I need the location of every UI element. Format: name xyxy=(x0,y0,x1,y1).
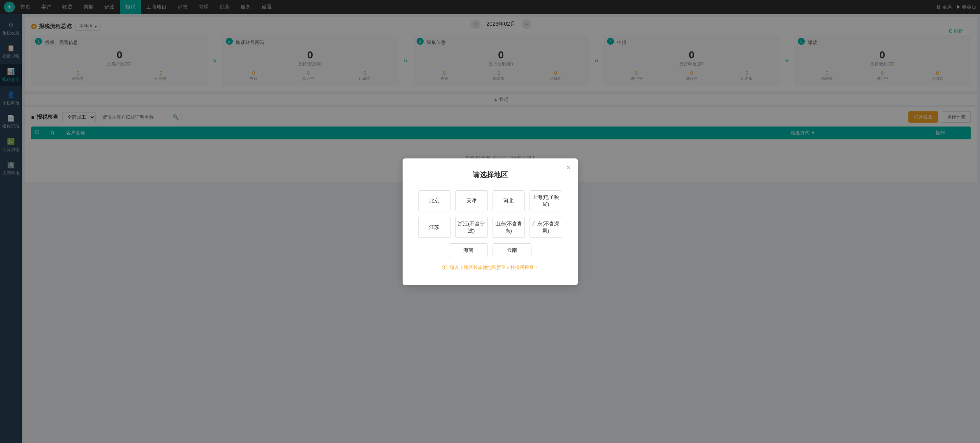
region-hainan[interactable]: 海南 xyxy=(449,243,488,257)
region-beijing[interactable]: 北京 xyxy=(418,190,451,211)
region-shandong[interactable]: 山东(不含青岛) xyxy=(493,217,525,238)
region-row-3: 海南 云南 xyxy=(418,243,562,257)
warning-text: 除以上地区外其他地区暂不支持报税检查！ xyxy=(450,264,538,271)
region-zhejiang[interactable]: 浙江(不含宁波) xyxy=(455,217,488,238)
region-shanghai[interactable]: 上海(电子税局) xyxy=(530,190,562,211)
region-guangdong[interactable]: 广东(不含深圳) xyxy=(530,217,562,238)
modal-close-button[interactable]: × xyxy=(567,164,571,172)
warning-icon: ! xyxy=(442,265,447,270)
region-yunnan[interactable]: 云南 xyxy=(493,243,531,257)
region-select-modal: × 请选择地区 北京 天津 河北 上海(电子税局) 江苏 浙江(不含宁波) 山东… xyxy=(403,158,578,285)
modal-warning: ! 除以上地区外其他地区暂不支持报税检查！ xyxy=(418,264,562,271)
region-row-2: 江苏 浙江(不含宁波) 山东(不含青岛) 广东(不含深圳) xyxy=(418,217,562,238)
region-hebei[interactable]: 河北 xyxy=(493,190,525,211)
region-tianjin[interactable]: 天津 xyxy=(455,190,488,211)
modal-title: 请选择地区 xyxy=(418,170,562,179)
region-row-1: 北京 天津 河北 上海(电子税局) xyxy=(418,190,562,211)
region-jiangsu[interactable]: 江苏 xyxy=(418,217,451,238)
modal-overlay[interactable]: × 请选择地区 北京 天津 河北 上海(电子税局) 江苏 浙江(不含宁波) 山东… xyxy=(0,0,980,443)
